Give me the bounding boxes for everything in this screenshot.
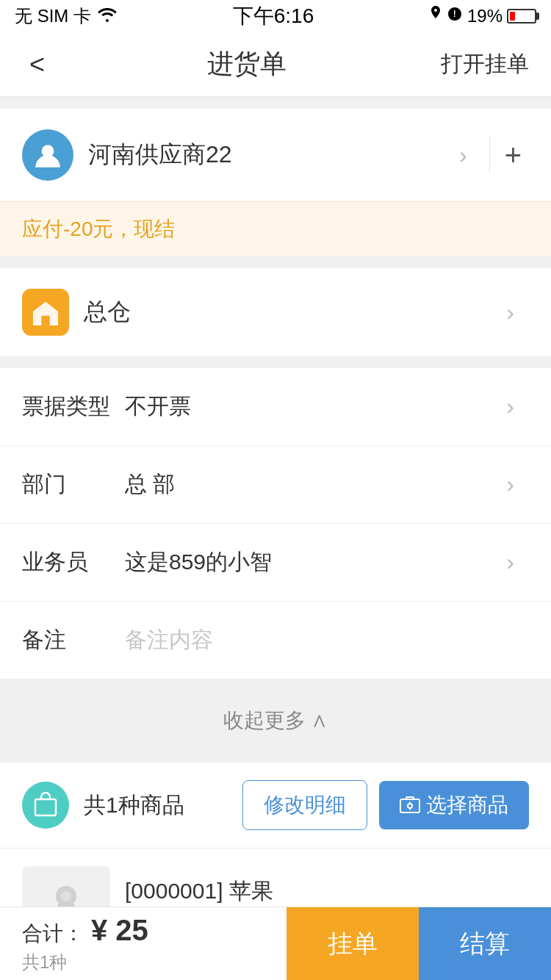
warehouse-section[interactable]: 总仓 › — [0, 268, 551, 356]
edit-detail-button[interactable]: 修改明细 — [242, 780, 367, 830]
svg-point-4 — [408, 804, 412, 808]
bottom-bar: 合计： ¥ 25 共1种 挂单 结算 — [0, 907, 551, 980]
total-sub: 共1种 — [22, 951, 264, 974]
battery-percent: 19% — [467, 6, 503, 26]
invoice-label: 票据类型 — [22, 392, 118, 422]
carrier-text: 无 SIM 卡 — [15, 4, 91, 28]
collapse-bar[interactable]: 收起更多 ∧ — [0, 691, 551, 751]
hold-button[interactable]: 挂单 — [287, 907, 419, 980]
dept-label: 部门 — [22, 469, 118, 500]
supplier-section: 河南供应商22 › + 应付-20元，现结 — [0, 109, 551, 256]
nav-bar: < 进货单 打开挂单 — [0, 32, 551, 97]
svg-rect-1 — [41, 316, 49, 325]
bottom-total: 合计： ¥ 25 共1种 — [0, 907, 287, 980]
dept-value: 总 部 — [118, 469, 506, 500]
invoice-chevron-icon: › — [506, 393, 514, 420]
svg-rect-2 — [35, 799, 56, 815]
invoice-row[interactable]: 票据类型 不开票 › — [0, 368, 551, 446]
staff-label: 业务员 — [22, 547, 118, 577]
supplier-chevron-icon: › — [459, 142, 467, 169]
location-icon — [429, 6, 442, 26]
status-bar-left: 无 SIM 卡 — [15, 4, 118, 28]
supplier-avatar — [22, 129, 73, 181]
staff-value: 这是859的小智 — [118, 547, 506, 577]
invoice-value: 不开票 — [118, 392, 506, 422]
staff-chevron-icon: › — [506, 549, 514, 576]
status-time: 下午6:16 — [233, 2, 314, 30]
total-amount: ¥ 25 — [91, 914, 148, 947]
settle-button[interactable]: 结算 — [419, 907, 551, 980]
products-icon — [22, 782, 69, 829]
note-placeholder[interactable]: 备注内容 — [118, 625, 529, 655]
svg-point-6 — [61, 891, 71, 901]
wifi-icon — [97, 6, 118, 26]
supplier-name: 河南供应商22 — [88, 139, 459, 171]
supplier-row[interactable]: 河南供应商22 › + — [0, 109, 551, 201]
page-title: 进货单 — [207, 46, 287, 82]
status-bar-right: 19% — [429, 6, 536, 26]
select-product-button[interactable]: 选择商品 — [379, 781, 529, 829]
dept-row[interactable]: 部门 总 部 › — [0, 446, 551, 524]
staff-row[interactable]: 业务员 这是859的小智 › — [0, 524, 551, 602]
product-title: 苹果 — [229, 879, 273, 903]
add-button[interactable]: + — [497, 139, 529, 172]
warehouse-name: 总仓 — [84, 296, 506, 328]
product-name: [0000001] 苹果 — [125, 876, 494, 907]
status-bar: 无 SIM 卡 下午6:16 19% — [0, 0, 551, 32]
products-count: 共1种商品 — [84, 790, 242, 821]
note-label: 备注 — [22, 625, 118, 655]
divider — [489, 137, 490, 173]
note-row[interactable]: 备注 备注内容 — [0, 602, 551, 679]
alarm-icon — [447, 6, 463, 26]
warehouse-icon — [22, 289, 69, 336]
product-id: [0000001] — [125, 879, 229, 903]
select-product-label: 选择商品 — [426, 791, 508, 819]
products-header: 共1种商品 修改明细 选择商品 — [0, 763, 551, 849]
warehouse-chevron-icon: › — [506, 299, 514, 326]
dept-chevron-icon: › — [506, 471, 514, 498]
payment-hint: 应付-20元，现结 — [0, 201, 551, 256]
battery-icon — [507, 9, 536, 24]
form-section: 票据类型 不开票 › 部门 总 部 › 业务员 这是859的小智 › 备注 备注… — [0, 368, 551, 679]
open-hold-button[interactable]: 打开挂单 — [441, 49, 529, 79]
svg-rect-3 — [400, 799, 419, 813]
back-button[interactable]: < — [22, 42, 52, 87]
total-label: 合计： — [22, 920, 84, 948]
